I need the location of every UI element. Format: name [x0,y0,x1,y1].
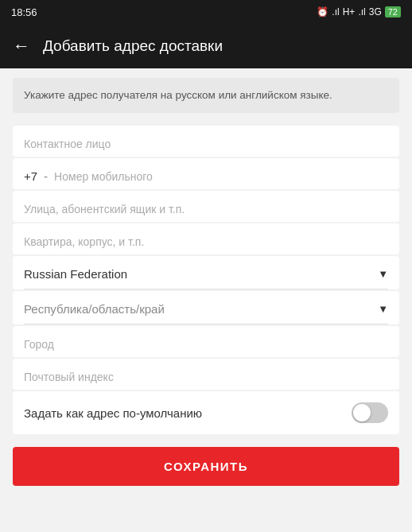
street-field-card [13,191,399,222]
apt-input[interactable] [24,235,388,248]
phone-field: +7 - [24,158,388,189]
contact-field-card [13,126,399,157]
status-icons: ⏰ .ıl H+ .ıl 3G 72 [317,6,401,17]
info-text: Укажите адрес получателя на русском или … [24,89,332,101]
postal-field [24,359,388,390]
clock-icon: ⏰ [317,6,328,17]
apt-field-card [13,223,399,254]
battery-icon: 72 [385,6,401,17]
country-value: Russian Federation [24,267,127,281]
contact-field [24,126,388,157]
header: ← Добавить адрес доставки [0,24,412,68]
country-dropdown[interactable]: Russian Federation ▼ [24,256,388,289]
city-field-card [13,326,399,357]
status-bar: 18:56 ⏰ .ıl H+ .ıl 3G 72 [0,0,412,24]
region-field-card: Республика/область/край ▼ [13,291,399,324]
save-button[interactable]: СОХРАНИТЬ [13,447,399,486]
region-chevron-icon: ▼ [378,303,388,315]
postal-input[interactable] [24,370,388,383]
save-button-container: СОХРАНИТЬ [13,434,399,486]
region-dropdown[interactable]: Республика/область/край ▼ [24,291,388,324]
signal2-icon: .ıl [358,6,365,17]
postal-field-card [13,359,399,390]
apt-field [24,223,388,254]
info-box: Укажите адрес получателя на русском или … [13,78,399,113]
street-field [24,191,388,222]
phone-prefix: +7 [24,169,37,183]
region-placeholder: Республика/область/край [24,302,165,316]
city-input[interactable] [24,337,388,351]
page-title: Добавить адрес доставки [43,37,223,55]
street-input[interactable] [24,202,388,216]
phone-input[interactable] [54,169,388,183]
phone-field-card: +7 - [13,158,399,189]
network-icon: H+ [343,6,356,17]
phone-dash: - [44,169,48,183]
contact-input[interactable] [24,137,388,150]
country-chevron-icon: ▼ [378,268,388,280]
toggle-label: Задать как адрес по-умолчанию [24,406,202,420]
phone-row: +7 - [24,169,388,183]
city-field [24,326,388,357]
content-area: Укажите адрес получателя на русском или … [0,68,412,495]
default-address-toggle[interactable] [352,402,388,423]
status-time: 18:56 [11,6,37,18]
default-address-toggle-row: Задать как адрес по-умолчанию [13,391,399,434]
back-button[interactable]: ← [13,36,30,56]
country-field-card: Russian Federation ▼ [13,256,399,289]
signal-icon: .ıl [332,6,339,17]
network2-icon: 3G [369,6,382,17]
